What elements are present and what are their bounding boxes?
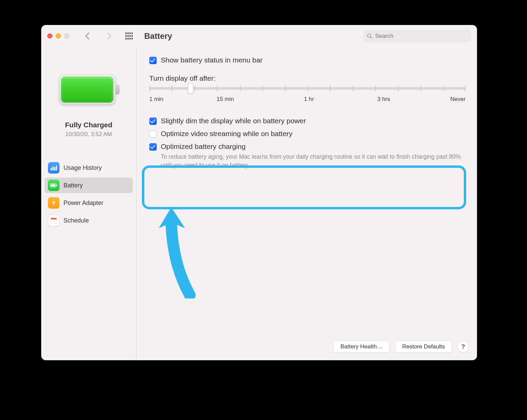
display-off-slider-section: Turn display off after: [149, 74, 466, 103]
battery-health-button[interactable]: Battery Health… [333, 341, 390, 353]
optimized-charging-label: Optimized battery charging [161, 142, 466, 151]
optimize-video-row: Optimize video streaming while on batter… [149, 130, 466, 138]
slider-title: Turn display off after: [149, 74, 466, 82]
sidebar-item-label: Power Adapter [64, 200, 103, 207]
sidebar-item-label: Battery [64, 182, 83, 189]
minimize-window-button[interactable] [56, 33, 61, 38]
svg-rect-10 [51, 219, 57, 224]
battery-icon [48, 180, 59, 191]
annotation-arrow-icon [153, 204, 200, 298]
svg-rect-2 [51, 168, 52, 170]
footer: Battery Health… Restore Defaults ? [145, 341, 469, 353]
annotation-highlight-box [142, 165, 466, 209]
battery-status-label: Fully Charged [41, 121, 136, 129]
slider-label: 1 min [149, 96, 164, 103]
back-button[interactable] [83, 30, 92, 42]
restore-defaults-button[interactable]: Restore Defaults [395, 341, 452, 353]
dim-display-checkbox[interactable] [149, 117, 157, 125]
sidebar-item-power-adapter[interactable]: Power Adapter [45, 195, 133, 211]
show-status-label: Show battery status in menu bar [161, 56, 262, 64]
zoom-window-button[interactable] [64, 33, 69, 38]
show-status-row: Show battery status in menu bar [149, 56, 466, 64]
usage-history-icon [48, 162, 59, 174]
sidebar-list: Usage History Battery Power Adapter [41, 160, 136, 230]
slider-label: Never [450, 96, 466, 103]
forward-button[interactable] [105, 30, 114, 42]
optimized-charging-description: To reduce battery aging, your Mac learns… [161, 153, 466, 170]
sidebar: Fully Charged 10/30/20, 3:52 AM Usage Hi… [41, 47, 136, 360]
close-window-button[interactable] [47, 33, 52, 38]
svg-line-1 [371, 37, 372, 38]
slider-label: 15 min [217, 96, 234, 103]
svg-rect-3 [52, 166, 54, 170]
show-all-icon[interactable] [125, 32, 133, 40]
schedule-icon [48, 215, 59, 226]
sidebar-item-battery[interactable]: Battery [45, 178, 133, 193]
svg-rect-7 [51, 184, 55, 186]
slider-label: 3 hrs [377, 96, 390, 103]
optimize-video-checkbox[interactable] [149, 130, 157, 138]
dim-display-label: Slightly dim the display while on batter… [161, 117, 306, 125]
svg-rect-4 [54, 167, 55, 170]
dim-display-row: Slightly dim the display while on batter… [149, 117, 466, 125]
svg-rect-8 [56, 185, 57, 186]
search-icon [367, 33, 373, 39]
sidebar-item-label: Usage History [64, 164, 102, 172]
optimize-video-label: Optimize video streaming while on batter… [161, 130, 293, 138]
svg-rect-9 [51, 218, 57, 219]
show-status-checkbox[interactable] [149, 57, 157, 64]
battery-status-date: 10/30/20, 3:52 AM [41, 131, 136, 138]
svg-rect-5 [56, 165, 57, 170]
battery-preferences-window: Battery Fully Charged 10/30/20, 3:52 AM … [41, 25, 477, 360]
sidebar-item-usage-history[interactable]: Usage History [45, 160, 133, 176]
optimized-charging-checkbox[interactable] [149, 143, 157, 151]
battery-status-icon [59, 74, 119, 105]
window-title: Battery [144, 31, 172, 41]
slider-thumb[interactable] [188, 83, 193, 94]
slider-labels: 1 min 15 min 1 hr 3 hrs Never [149, 96, 466, 103]
optimized-charging-text: Optimized battery charging To reduce bat… [161, 142, 466, 170]
search-input[interactable] [375, 33, 468, 40]
optimized-charging-row: Optimized battery charging To reduce bat… [149, 142, 466, 170]
content: Fully Charged 10/30/20, 3:52 AM Usage Hi… [41, 47, 477, 360]
sidebar-item-schedule[interactable]: Schedule [45, 213, 133, 228]
slider-label: 1 hr [304, 96, 314, 103]
display-off-slider[interactable] [149, 87, 466, 90]
sidebar-item-label: Schedule [64, 217, 89, 224]
power-adapter-icon [48, 197, 59, 209]
help-button[interactable]: ? [457, 341, 469, 352]
main-panel: Show battery status in menu bar Turn dis… [136, 47, 477, 360]
titlebar: Battery [41, 25, 477, 47]
window-controls [47, 33, 69, 38]
search-field[interactable] [363, 30, 471, 42]
